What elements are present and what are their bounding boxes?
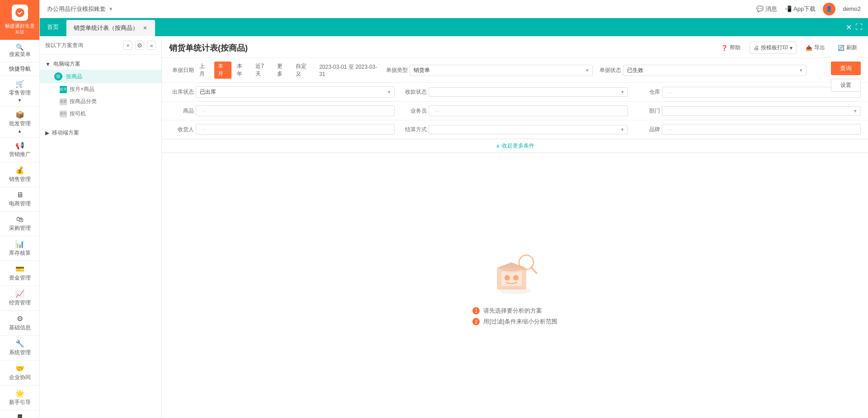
sidebar-item-ecommerce[interactable]: 🖥 电商管理	[0, 187, 39, 212]
filter-doctype-select[interactable]: 销货单 ▾	[410, 65, 593, 76]
tab-sales-stat[interactable]: 销货单统计表（按商品） ✕	[66, 20, 155, 36]
query-btn[interactable]: 查询	[831, 62, 861, 75]
sidebar-item-purchase[interactable]: 🛍 采购管理	[0, 212, 39, 236]
date-tab-thismonth[interactable]: 本月	[214, 62, 231, 79]
sidebar-item-basic[interactable]: ⚙ 基础信息	[0, 311, 39, 336]
sidebar-search[interactable]: 🔍 搜索菜单	[0, 40, 39, 62]
sidebar-item-marketing[interactable]: 📢 营销推广	[0, 138, 39, 162]
topbar: 办公用品行业模拟账套 ▾ 💬 消息 📲 App下载 👤 demo2	[40, 0, 868, 18]
filter-receiver-input[interactable]: ···	[196, 124, 395, 135]
date-tab-last7days[interactable]: 近7天	[252, 62, 271, 79]
tab-home[interactable]: 首页	[40, 18, 66, 36]
date-tab-custom[interactable]: 自定义	[292, 62, 314, 79]
filter-docstatus-select[interactable]: 已生效 ▾	[623, 65, 807, 76]
scheme-by-product[interactable]: 按 按商品	[40, 70, 161, 83]
purchase-label: 采购管理	[9, 224, 31, 232]
sub-scheme-icon-month: 按月	[60, 86, 67, 93]
date-tab-more[interactable]: 更多	[274, 62, 290, 79]
sales-icon: 💰	[15, 166, 24, 175]
receiver-dots-icon[interactable]: ···	[202, 126, 207, 133]
sidebar-quick-nav[interactable]: 快捷导航	[0, 62, 39, 76]
mobile-scheme-group: ▶ 移动端方案	[40, 124, 161, 142]
brand-dots-icon[interactable]: ···	[668, 126, 673, 133]
collapse-bar[interactable]: ∧ 收起更多条件	[162, 139, 868, 152]
settings-btn[interactable]: 设置	[831, 79, 861, 92]
export-btn[interactable]: 📤 导出	[802, 42, 829, 53]
mobile-scheme-group-header[interactable]: ▶ 移动端方案	[40, 127, 161, 138]
scheme-by-month-product[interactable]: 按月 按月+商品	[40, 83, 161, 95]
retail-icon: 🛒	[15, 80, 24, 88]
svg-point-0	[15, 8, 24, 17]
help-icon: ❓	[721, 45, 728, 51]
filter-brand-input[interactable]: ···	[662, 124, 861, 135]
filter-outstatus-select[interactable]: 已出库 ▾	[196, 86, 395, 98]
filter-docstatus-label: 单据状态	[596, 66, 621, 74]
system-label: 系统管理	[9, 349, 31, 356]
sidebar-item-inventory[interactable]: 📊 库存核算	[0, 236, 39, 261]
tab-close-icon[interactable]: ✕	[143, 25, 147, 31]
date-tab-lastmonth[interactable]: 上月	[196, 62, 212, 79]
warehouse-dots-icon[interactable]: ···	[668, 89, 673, 96]
sidebar-item-appcenter[interactable]: 📱 应用中心	[0, 410, 39, 418]
settings-scheme-btn[interactable]: ⚙	[135, 41, 144, 50]
app-download-action[interactable]: 📲 App下载	[784, 5, 816, 13]
window-close-icon[interactable]: ✕	[846, 23, 852, 32]
purchase-icon: 🛍	[16, 215, 24, 223]
sidebar-item-enterprise[interactable]: 🤝 企业协同	[0, 361, 39, 385]
date-tab-thisyear[interactable]: 本年	[233, 62, 250, 79]
filter-product-input[interactable]: ···	[196, 105, 395, 116]
left-panel-header: 按以下方案查询 + ⚙ «	[40, 36, 161, 55]
app-name: 畅捷通好生意	[5, 23, 35, 29]
sidebar-item-operations[interactable]: 📈 经营管理	[0, 286, 39, 311]
filter-dept-label: 部门	[635, 107, 660, 115]
operations-label: 经营管理	[9, 299, 31, 307]
message-action[interactable]: 💬 消息	[756, 5, 777, 13]
user-name[interactable]: demo2	[843, 5, 861, 12]
product-dots-icon[interactable]: ···	[202, 107, 207, 114]
finance-label: 资金管理	[9, 274, 31, 282]
filter-row-3: 商品 ··· 业务员 ··· 部门	[162, 102, 868, 120]
add-scheme-btn[interactable]: +	[123, 41, 132, 50]
inventory-label: 库存核算	[9, 249, 31, 257]
filter-collectstatus-select[interactable]: ▾	[429, 87, 627, 97]
sidebar-item-newbie[interactable]: 🌟 新手引导	[0, 385, 39, 410]
filter-product-item: 商品 ···	[169, 105, 395, 116]
collapse-panel-btn[interactable]: «	[147, 41, 156, 50]
filter-dept-select[interactable]: ▾	[662, 106, 861, 116]
filter-salesman-input[interactable]: ···	[429, 105, 627, 116]
app-logo[interactable]: 畅捷通好生意 标版	[0, 0, 39, 40]
help-btn[interactable]: ❓ 帮助	[717, 42, 744, 53]
sidebar-item-finance[interactable]: 💳 资金管理	[0, 261, 39, 286]
page-title: 销货单统计表(按商品)	[169, 43, 248, 53]
topbar-left: 办公用品行业模拟账套 ▾	[47, 5, 113, 13]
main-area: 办公用品行业模拟账套 ▾ 💬 消息 📲 App下载 👤 demo2 首页 销货单…	[40, 0, 868, 418]
sidebar-item-retail[interactable]: 🛒 零售管理 ▼	[0, 76, 39, 107]
filter-doctype-value: 销货单	[414, 66, 430, 74]
filter-area: 销货单统计表(按商品) ❓ 帮助 🖨 按模板打印 ▾ 📤	[162, 36, 868, 153]
empty-illustration	[488, 245, 542, 299]
tree-expand-icon: ▼	[45, 61, 51, 67]
scheme-by-category[interactable]: 按类 按商品分类	[40, 95, 161, 108]
scheme-by-driver[interactable]: 按司 按司机	[40, 108, 161, 120]
filter-receiver-item: 收货人 ···	[169, 124, 395, 135]
print-btn[interactable]: 🖨 按模板打印 ▾	[750, 42, 797, 54]
scheme-by-product-label: 按商品	[66, 73, 82, 81]
filter-warehouse-item: 仓库 ···	[635, 87, 861, 98]
window-expand-icon[interactable]: ⛶	[855, 23, 863, 31]
filter-salesman-label: 业务员	[402, 107, 427, 115]
filter-payment-item: 结算方式 ▾	[402, 125, 627, 134]
user-avatar[interactable]: 👤	[823, 3, 835, 15]
sidebar-item-system[interactable]: 🔧 系统管理	[0, 336, 39, 361]
pc-scheme-group: ▼ 电脑端方案 按 按商品 按月 按月+商品 按类 按商品分类 按司	[40, 55, 161, 124]
pc-scheme-group-header[interactable]: ▼ 电脑端方案	[40, 58, 161, 70]
sidebar-item-wholesale[interactable]: 📦 批发管理 ▲	[0, 107, 39, 138]
refresh-btn[interactable]: 🔄 刷新	[834, 42, 861, 53]
app-download-label: App下载	[793, 5, 816, 13]
filter-outstatus-item: 出库状态 已出库 ▾	[169, 86, 395, 98]
sidebar-item-sales[interactable]: 💰 销售管理	[0, 162, 39, 187]
empty-state: 1 请先选择要分析的方案 2 用[过滤]条件来缩小分析范围	[162, 153, 868, 418]
date-range-text: 2023-03-01 至 2023-03-31	[319, 63, 379, 77]
filter-payment-select[interactable]: ▾	[429, 125, 627, 134]
salesman-dots-icon[interactable]: ···	[434, 107, 440, 114]
filter-dept-item: 部门 ▾	[635, 106, 861, 116]
